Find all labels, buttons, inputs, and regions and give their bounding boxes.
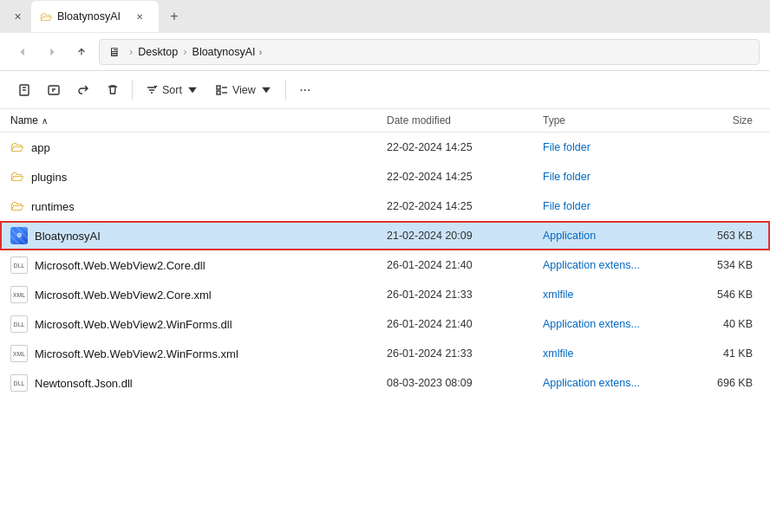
file-name-cell: XML Microsoft.Web.WebView2.Core.xml [10, 286, 387, 303]
file-row[interactable]: DLL Newtonsoft.Json.dll 08-03-2023 08:09… [0, 368, 770, 398]
file-name-cell: 🗁 plugins [10, 169, 387, 185]
file-type: Application extens... [543, 377, 682, 389]
file-name: BloatynosyAI [35, 230, 101, 243]
rename-button[interactable] [40, 76, 68, 104]
more-button[interactable]: ··· [291, 76, 319, 104]
folder-icon: 🗁 [10, 169, 24, 185]
exe-icon: ⚙ [10, 227, 28, 244]
col-header-name[interactable]: Name ∧ [10, 114, 387, 127]
file-type: File folder [543, 200, 682, 212]
file-size: 546 KB [682, 289, 760, 301]
file-name: Microsoft.Web.WebView2.Core.dll [35, 259, 206, 272]
svg-rect-4 [217, 86, 220, 89]
dll-icon: DLL [10, 374, 28, 392]
monitor-icon: 🖥 [108, 45, 121, 59]
file-date: 22-02-2024 14:25 [387, 200, 543, 212]
file-type: xmlfile [543, 347, 682, 360]
tab-active[interactable]: 🗁 BloatynosyAI ✕ [31, 1, 159, 32]
tab-bar: ✕ 🗁 BloatynosyAI ✕ + [0, 0, 770, 33]
toolbar-divider-1 [132, 80, 133, 101]
col-header-type[interactable]: Type [543, 114, 682, 127]
dll-icon: DLL [10, 256, 28, 274]
file-name: Microsoft.Web.WebView2.WinForms.dll [35, 318, 232, 331]
breadcrumb-sep-1: › [129, 45, 133, 58]
file-date: 21-02-2024 20:09 [387, 230, 543, 242]
breadcrumb-chevron: › [259, 47, 263, 57]
view-label: View [232, 84, 256, 96]
breadcrumb-desktop[interactable]: Desktop [138, 46, 178, 58]
file-name: app [31, 141, 50, 154]
file-name: Newtonsoft.Json.dll [35, 377, 133, 390]
file-name: Microsoft.Web.WebView2.WinForms.xml [35, 347, 238, 360]
xml-icon: XML [10, 345, 28, 362]
new-tab-button[interactable]: + [162, 4, 186, 29]
sort-label: Sort [162, 84, 182, 96]
forward-button[interactable] [40, 40, 64, 64]
folder-icon: 🗁 [10, 139, 24, 155]
file-row[interactable]: ⚙ BloatynosyAI 21-02-2024 20:09 Applicat… [0, 221, 770, 250]
file-row[interactable]: 🗁 plugins 22-02-2024 14:25 File folder [0, 162, 770, 191]
file-date: 22-02-2024 14:25 [387, 171, 543, 183]
file-date: 26-01-2024 21:40 [387, 259, 543, 271]
file-size: 563 KB [682, 230, 760, 242]
file-list-container: Name ∧ Date modified Type Size 🗁 app 22-… [0, 109, 770, 532]
new-button[interactable] [10, 76, 38, 104]
file-type: Application extens... [543, 318, 682, 330]
file-size: 696 KB [682, 377, 760, 389]
sort-arrow: ∧ [42, 116, 48, 126]
file-row[interactable]: 🗁 app 22-02-2024 14:25 File folder [0, 133, 770, 162]
view-button[interactable]: View [208, 76, 280, 104]
file-name: plugins [31, 171, 67, 184]
file-type: Application [543, 230, 682, 242]
delete-button[interactable] [99, 76, 127, 104]
file-rows: 🗁 app 22-02-2024 14:25 File folder 🗁 plu… [0, 133, 770, 398]
sort-button[interactable]: Sort [138, 76, 206, 104]
breadcrumb[interactable]: 🖥 › Desktop › BloatynosyAI › [99, 39, 760, 65]
file-name-cell: DLL Microsoft.Web.WebView2.WinForms.dll [10, 315, 387, 333]
file-name-cell: ⚙ BloatynosyAI [10, 227, 387, 244]
tab-active-label: BloatynosyAI [57, 10, 121, 23]
file-name: runtimes [31, 200, 75, 213]
file-type: xmlfile [543, 289, 682, 301]
file-size: 41 KB [682, 347, 760, 360]
file-name-cell: DLL Newtonsoft.Json.dll [10, 374, 387, 392]
tab-folder-icon: 🗁 [40, 10, 52, 23]
toolbar: Sort View ··· [0, 71, 770, 109]
file-row[interactable]: DLL Microsoft.Web.WebView2.WinForms.dll … [0, 309, 770, 339]
file-row[interactable]: DLL Microsoft.Web.WebView2.Core.dll 26-0… [0, 250, 770, 280]
file-name: Microsoft.Web.WebView2.Core.xml [35, 289, 212, 302]
col-header-size[interactable]: Size [682, 114, 760, 127]
file-type: File folder [543, 141, 682, 153]
close-tab-active[interactable]: ✕ [129, 6, 150, 27]
close-tab-inactive[interactable]: ✕ [7, 6, 28, 27]
address-bar: 🖥 › Desktop › BloatynosyAI › [0, 33, 770, 71]
file-list-header: Name ∧ Date modified Type Size [0, 109, 770, 133]
file-name-cell: XML Microsoft.Web.WebView2.WinForms.xml [10, 345, 387, 362]
svg-rect-5 [217, 91, 220, 94]
breadcrumb-folder[interactable]: BloatynosyAI [192, 46, 256, 58]
file-name-cell: DLL Microsoft.Web.WebView2.Core.dll [10, 256, 387, 274]
file-date: 22-02-2024 14:25 [387, 141, 543, 153]
file-type: Application extens... [543, 259, 682, 271]
col-header-date[interactable]: Date modified [387, 114, 543, 127]
dll-icon: DLL [10, 315, 28, 333]
file-date: 26-01-2024 21:33 [387, 289, 543, 301]
file-date: 08-03-2023 08:09 [387, 377, 543, 389]
share-button[interactable] [69, 76, 97, 104]
folder-icon: 🗁 [10, 198, 24, 214]
file-row[interactable]: XML Microsoft.Web.WebView2.WinForms.xml … [0, 339, 770, 368]
xml-icon: XML [10, 286, 28, 303]
file-name-cell: 🗁 runtimes [10, 198, 387, 214]
svg-rect-3 [49, 86, 59, 94]
file-name-cell: 🗁 app [10, 139, 387, 155]
file-size: 40 KB [682, 318, 760, 330]
file-type: File folder [543, 171, 682, 183]
back-button[interactable] [10, 40, 35, 64]
file-size: 534 KB [682, 259, 760, 271]
file-date: 26-01-2024 21:40 [387, 318, 543, 330]
file-row[interactable]: XML Microsoft.Web.WebView2.Core.xml 26-0… [0, 280, 770, 309]
up-button[interactable] [69, 40, 94, 64]
file-row[interactable]: 🗁 runtimes 22-02-2024 14:25 File folder [0, 191, 770, 221]
file-date: 26-01-2024 21:33 [387, 347, 543, 360]
toolbar-divider-2 [285, 80, 286, 101]
